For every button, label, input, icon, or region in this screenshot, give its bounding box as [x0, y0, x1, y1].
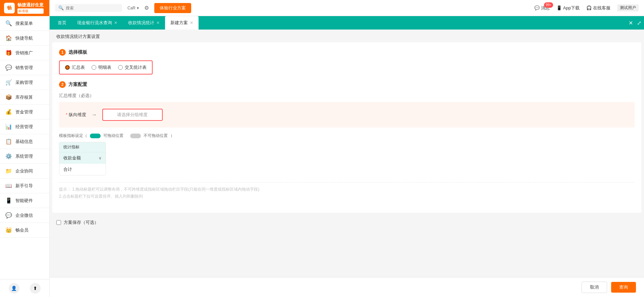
sidebar-item-label: 销售管理 — [15, 65, 33, 71]
save-checkbox[interactable] — [56, 220, 61, 225]
close-new-plan-icon[interactable]: ✕ — [190, 20, 193, 25]
close-receipt-stat-icon[interactable]: ✕ — [156, 20, 160, 25]
wechat-icon: 💬 — [5, 212, 12, 218]
radio-summary-label: 汇总表 — [72, 64, 85, 70]
sidebar-bottom-icon-1[interactable]: 👤 — [9, 283, 19, 294]
crown-icon: 👑 — [5, 227, 12, 233]
metrics-category: 统计指标 — [59, 142, 106, 152]
tab-bank-flow[interactable]: 现金银行流水查询 ✕ — [72, 16, 123, 30]
search-icon: 🔍 — [58, 5, 64, 10]
save-label: 方案保存（可选） — [64, 219, 99, 226]
radio-detail-input[interactable] — [92, 65, 96, 70]
sidebar-logo: 畅 畅捷通好生意 标准版 — [0, 0, 49, 16]
metrics-item-amount[interactable]: 收款金额 ∨ — [59, 152, 106, 164]
non-draggable-label: 不可拖动位置 — [144, 133, 168, 139]
chat-icon: 💬 — [5, 64, 12, 71]
sidebar-item-marketing[interactable]: 🎁 营销推广 — [0, 46, 49, 60]
sidebar-item-finance[interactable]: 💰 资金管理 — [0, 105, 49, 119]
tabbar: 首页 现金银行流水查询 ✕ 收款情况统计 ✕ 新建方案 ✕ ✕ ⤢ — [50, 16, 644, 30]
sidebar-item-new-guide[interactable]: 📖 新手引导 — [0, 179, 49, 193]
notification-icon: 💬 — [534, 5, 540, 10]
tab-home[interactable]: 首页 — [52, 16, 72, 30]
step1-section: 1 选择模板 汇总表 明细表 — [59, 49, 635, 75]
step1-header: 1 选择模板 — [59, 49, 635, 56]
sidebar-item-label: 畅会员 — [15, 227, 29, 233]
radio-summary[interactable]: 汇总表 — [65, 64, 85, 70]
user-info[interactable]: 测试用户 — [617, 4, 639, 11]
search-input[interactable] — [66, 6, 113, 10]
sidebar-item-label: 快捷导航 — [15, 35, 33, 41]
sidebar-item-search-menu[interactable]: 🔍 搜索菜单 — [0, 16, 49, 31]
app-download-label: App下载 — [563, 5, 580, 11]
sidebar: 畅 畅捷通好生意 标准版 🔍 搜索菜单 🏠 快捷导航 🎁 营销推广 💬 销售管理… — [0, 0, 50, 297]
metrics-container: 统计指标 收款金额 ∨ 合计 — [59, 142, 106, 176]
close-bank-flow-icon[interactable]: ✕ — [114, 20, 117, 25]
metrics-header: 模板指标设定（ 可拖动位置 不可拖动位置 ） — [59, 133, 635, 139]
app-download-item[interactable]: 📱 App下载 — [556, 5, 580, 11]
sidebar-item-label: 系统管理 — [15, 153, 33, 159]
dimension-row: * 纵向维度 → 请选择分组维度 — [66, 109, 628, 121]
sidebar-item-sales[interactable]: 💬 销售管理 — [0, 60, 49, 75]
home-icon: 🏠 — [5, 35, 12, 41]
vertical-dim-label: * 纵向维度 — [66, 112, 86, 118]
logo-title: 畅捷通好生意 — [17, 2, 44, 8]
dropdown-text: CaR — [127, 6, 136, 10]
topbar: 🔍 CaR ▾ ⚙ 体验行业方案 💬 消息 99+ 📱 App下载 🎧 在线客服 — [50, 0, 644, 16]
radio-cross[interactable]: 交叉统计表 — [118, 64, 147, 70]
step2-header: 2 方案配置 — [59, 81, 635, 88]
expand-tab-icon[interactable]: ⤢ — [637, 20, 641, 26]
query-button[interactable]: 查询 — [611, 282, 636, 293]
tabbar-actions: ✕ ⤢ — [629, 20, 641, 26]
sidebar-item-vip[interactable]: 👑 畅会员 — [0, 223, 49, 238]
page-title: 收款情况统计方案设置 — [50, 30, 644, 42]
sidebar-item-label: 企业协同 — [15, 168, 33, 174]
sidebar-item-label: 基础信息 — [15, 139, 33, 145]
grouping-dim-placeholder: 请选择分组维度 — [117, 112, 148, 118]
step1-number: 1 — [59, 49, 66, 56]
sidebar-item-basic-info[interactable]: 📋 基础信息 — [0, 134, 49, 149]
dimension-area: * 纵向维度 → 请选择分组维度 — [59, 102, 635, 128]
sidebar-item-quick-nav[interactable]: 🏠 快捷导航 — [0, 31, 49, 46]
sidebar-item-corp-collab[interactable]: 📁 企业协同 — [0, 164, 49, 179]
chart-icon: 📊 — [5, 123, 12, 130]
radio-summary-input[interactable] — [65, 65, 70, 70]
radio-group: 汇总表 明细表 交叉统计表 — [65, 64, 147, 70]
grouping-dimension-selector[interactable]: 请选择分组维度 — [102, 109, 163, 121]
online-service-item[interactable]: 🎧 在线客服 — [586, 5, 610, 11]
sidebar-bottom-icon-2[interactable]: ⬆ — [30, 283, 41, 294]
trial-btn[interactable]: 体验行业方案 — [154, 3, 191, 13]
headset-icon: 🎧 — [586, 5, 592, 10]
metrics-label-end: ） — [170, 133, 174, 139]
cancel-button[interactable]: 取消 — [582, 282, 607, 293]
step2-number: 2 — [59, 81, 66, 88]
tab-new-plan[interactable]: 新建方案 ✕ — [165, 16, 199, 30]
sidebar-item-label: 采购管理 — [15, 80, 33, 86]
notification-badge: 99+ — [544, 2, 553, 8]
user-name: 测试用户 — [620, 5, 636, 10]
tab-receipt-stat[interactable]: 收款情况统计 ✕ — [123, 16, 165, 30]
settings-icon[interactable]: ⚙ — [144, 5, 149, 11]
sidebar-item-label: 搜索菜单 — [15, 20, 33, 27]
close-tab-icon[interactable]: ✕ — [629, 20, 633, 26]
sidebar-item-smart-hw[interactable]: 📱 智能硬件 — [0, 193, 49, 208]
sidebar-item-label: 新手引导 — [15, 183, 33, 189]
box-icon: 📦 — [5, 94, 12, 100]
sidebar-item-inventory[interactable]: 📦 库存核算 — [0, 90, 49, 105]
radio-detail[interactable]: 明细表 — [92, 64, 111, 70]
sidebar-item-label: 资金管理 — [15, 109, 33, 115]
sidebar-item-corp-wechat[interactable]: 💬 企业微信 — [0, 208, 49, 223]
money-icon: 💰 — [5, 109, 12, 115]
sidebar-item-operation[interactable]: 📊 经营管理 — [0, 119, 49, 134]
content-area: 收款情况统计方案设置 1 选择模板 汇总表 明细表 — [50, 30, 644, 277]
sidebar-item-purchase[interactable]: 🛒 采购管理 — [0, 75, 49, 90]
notification-item[interactable]: 💬 消息 99+ — [534, 5, 550, 11]
sidebar-bottom: 👤 ⬆ — [0, 279, 49, 297]
metrics-section: 模板指标设定（ 可拖动位置 不可拖动位置 ） 统计指标 收款金额 ∨ 合计 — [59, 133, 635, 176]
sidebar-item-label: 智能硬件 — [15, 198, 33, 204]
sidebar-item-sys-manage[interactable]: ⚙️ 系统管理 — [0, 149, 49, 164]
topbar-dropdown[interactable]: CaR ▾ — [127, 6, 139, 10]
topbar-search-box[interactable]: 🔍 — [55, 4, 122, 12]
gear-icon: ⚙️ — [5, 153, 12, 159]
folder-icon: 📁 — [5, 168, 12, 174]
radio-cross-input[interactable] — [118, 65, 123, 70]
